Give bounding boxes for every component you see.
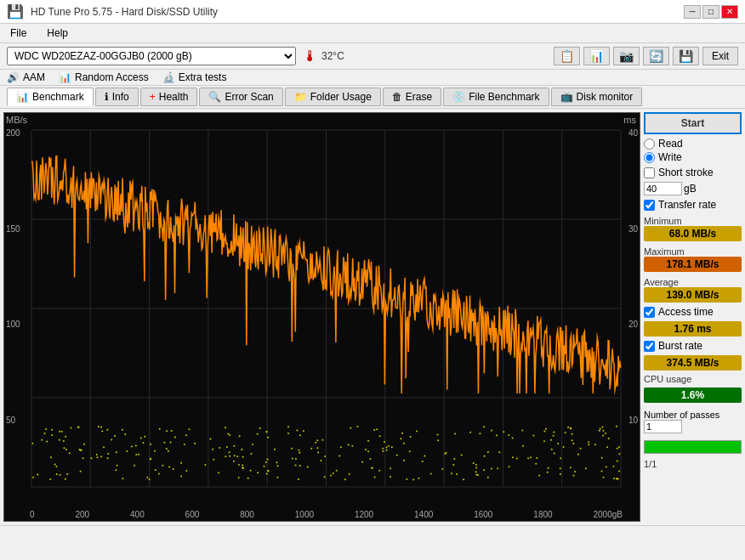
title-bar: 💾 HD Tune Pro 5.75 - Hard Disk/SSD Utili… bbox=[0, 0, 745, 24]
progress-bar-inner bbox=[645, 441, 741, 453]
exit-button[interactable]: Exit bbox=[702, 47, 738, 65]
disk-monitor-tab-icon: 📺 bbox=[560, 91, 573, 103]
short-stroke-input[interactable] bbox=[644, 182, 682, 195]
access-time-checkbox-label[interactable]: Access time bbox=[644, 306, 742, 318]
extra-tests-item[interactable]: 🔬 Extra tests bbox=[162, 71, 227, 83]
cpu-usage-label: CPU usage bbox=[644, 374, 742, 384]
maximum-label: Maximum bbox=[644, 246, 742, 257]
access-time-checkbox[interactable] bbox=[644, 307, 655, 318]
y-axis-label: MB/s bbox=[6, 115, 27, 125]
progress-text: 1/1 bbox=[644, 459, 742, 469]
burst-rate-label: Burst rate bbox=[658, 340, 702, 352]
folder-usage-tab-label: Folder Usage bbox=[310, 91, 372, 103]
minimize-button[interactable]: ─ bbox=[684, 5, 701, 19]
tab-health[interactable]: + Health bbox=[140, 88, 198, 106]
passes-input[interactable] bbox=[644, 420, 682, 433]
menu-file[interactable]: File bbox=[7, 25, 30, 41]
erase-tab-icon: 🗑 bbox=[392, 91, 402, 103]
window-title: HD Tune Pro 5.75 - Hard Disk/SSD Utility bbox=[31, 6, 218, 18]
tab-benchmark[interactable]: 📊 Benchmark bbox=[7, 88, 94, 106]
temperature-display: 🌡 32°C bbox=[303, 48, 344, 65]
camera-btn[interactable]: 📷 bbox=[613, 47, 640, 65]
tab-erase[interactable]: 🗑 Erase bbox=[383, 88, 441, 106]
extra-tests-label: Extra tests bbox=[179, 71, 227, 83]
tab-file-benchmark[interactable]: 💿 File Benchmark bbox=[443, 88, 549, 106]
extra-tests-icon: 🔬 bbox=[162, 71, 175, 83]
tab-info[interactable]: ℹ Info bbox=[95, 88, 139, 106]
health-btn[interactable]: 📊 bbox=[583, 47, 610, 65]
x-label-1200: 1200 bbox=[355, 510, 373, 519]
x-label-800: 800 bbox=[240, 510, 254, 519]
aam-label: AAM bbox=[23, 71, 45, 83]
refresh-btn[interactable]: 🔄 bbox=[643, 47, 669, 65]
progress-bar-outer bbox=[644, 440, 742, 454]
y-axis-labels: 200 150 100 50 bbox=[6, 128, 20, 511]
temperature-value: 32°C bbox=[321, 50, 344, 62]
y2-label-40: 40 bbox=[628, 128, 638, 138]
write-radio-label[interactable]: Write bbox=[644, 151, 742, 163]
x-label-1600: 1600 bbox=[474, 510, 492, 519]
x-label-0: 0 bbox=[30, 510, 35, 519]
short-stroke-input-row: gB bbox=[644, 182, 742, 195]
x-label-400: 400 bbox=[130, 510, 145, 519]
x-label-1800: 1800 bbox=[533, 510, 552, 519]
error-scan-tab-icon: 🔍 bbox=[208, 91, 221, 103]
tab-folder-usage[interactable]: 📁 Folder Usage bbox=[285, 88, 381, 106]
read-radio[interactable] bbox=[644, 139, 655, 150]
short-stroke-unit: gB bbox=[684, 183, 697, 195]
x-label-1000: 1000 bbox=[295, 510, 314, 519]
info-tab-icon: ℹ bbox=[105, 91, 109, 103]
maximize-button[interactable]: □ bbox=[702, 5, 719, 19]
transfer-rate-label: Transfer rate bbox=[658, 199, 716, 211]
cpu-usage-value: 1.6% bbox=[644, 387, 742, 403]
info-btn[interactable]: 📋 bbox=[554, 47, 580, 65]
y2-label-10: 10 bbox=[628, 416, 638, 425]
aam-item[interactable]: 🔊 AAM bbox=[7, 71, 45, 83]
disk-selector[interactable]: WDC WD20EZAZ-00GGJB0 (2000 gB) bbox=[7, 47, 296, 65]
health-tab-label: Health bbox=[159, 91, 189, 103]
tab-error-scan[interactable]: 🔍 Error Scan bbox=[199, 88, 282, 106]
tabs-bar: 📊 Benchmark ℹ Info + Health 🔍 Error Scan… bbox=[0, 86, 745, 109]
average-label: Average bbox=[644, 277, 742, 287]
benchmark-chart bbox=[4, 113, 640, 504]
minimum-block: Minimum 68.0 MB/s bbox=[644, 216, 742, 241]
save-btn[interactable]: 💾 bbox=[673, 47, 699, 65]
x-label-1400: 1400 bbox=[414, 510, 433, 519]
benchmark-tab-label: Benchmark bbox=[32, 91, 84, 103]
thermometer-icon: 🌡 bbox=[303, 48, 318, 65]
app-icon: 💾 bbox=[7, 3, 24, 20]
x-label-200: 200 bbox=[75, 510, 89, 519]
short-stroke-label[interactable]: Short stroke bbox=[644, 167, 714, 178]
short-stroke-checkbox[interactable] bbox=[644, 167, 655, 178]
y2-label-30: 30 bbox=[628, 224, 638, 234]
read-write-group: Read Write bbox=[644, 138, 742, 163]
read-label: Read bbox=[658, 138, 683, 150]
random-access-item[interactable]: 📊 Random Access bbox=[59, 71, 149, 83]
x-label-2000: 2000gB bbox=[593, 510, 622, 519]
write-radio[interactable] bbox=[644, 152, 655, 163]
file-benchmark-tab-label: File Benchmark bbox=[469, 91, 539, 103]
y-label-150: 150 bbox=[6, 224, 20, 234]
disk-monitor-tab-label: Disk monitor bbox=[577, 91, 634, 103]
right-panel: Start Read Write Short stroke gB bbox=[644, 112, 742, 522]
y2-axis-label: ms bbox=[623, 115, 636, 125]
main-toolbar: WDC WD20EZAZ-00GGJB0 (2000 gB) 🌡 32°C 📋 … bbox=[0, 43, 745, 70]
burst-rate-checkbox-label[interactable]: Burst rate bbox=[644, 340, 742, 352]
transfer-rate-checkbox-label[interactable]: Transfer rate bbox=[644, 199, 742, 211]
close-button[interactable]: ✕ bbox=[721, 5, 738, 19]
minimum-value: 68.0 MB/s bbox=[644, 226, 742, 241]
burst-rate-value: 374.5 MB/s bbox=[644, 355, 742, 371]
erase-tab-label: Erase bbox=[406, 91, 432, 103]
menu-help[interactable]: Help bbox=[43, 25, 71, 41]
start-button[interactable]: Start bbox=[644, 112, 742, 134]
status-bar bbox=[0, 525, 745, 529]
read-radio-label[interactable]: Read bbox=[644, 138, 742, 150]
info-tab-label: Info bbox=[112, 91, 129, 103]
transfer-rate-checkbox[interactable] bbox=[644, 200, 655, 211]
passes-label: Number of passes bbox=[644, 410, 742, 420]
access-time-label: Access time bbox=[658, 306, 714, 318]
burst-rate-checkbox[interactable] bbox=[644, 341, 655, 352]
passes-section: Number of passes bbox=[644, 410, 742, 433]
tab-disk-monitor[interactable]: 📺 Disk monitor bbox=[551, 88, 643, 106]
toolbar-icons: 📋 📊 📷 🔄 💾 Exit bbox=[554, 47, 738, 65]
